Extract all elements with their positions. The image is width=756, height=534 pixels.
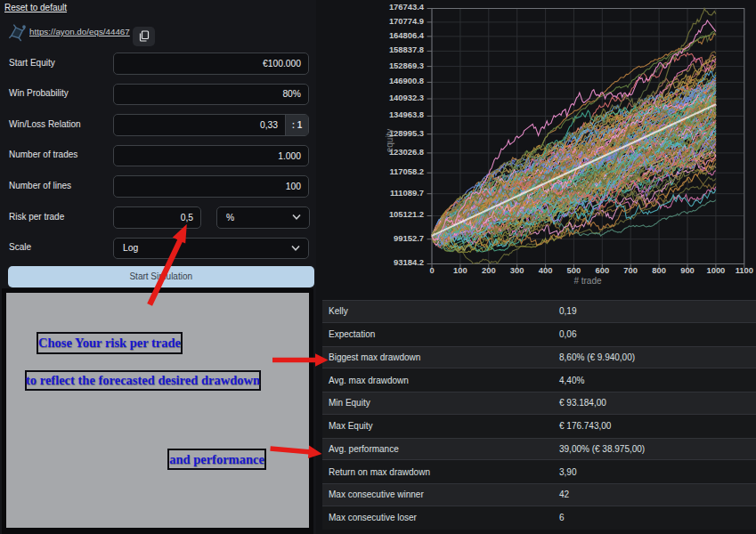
svg-text:170774.9: 170774.9 (389, 16, 424, 26)
svg-text:400: 400 (539, 265, 553, 275)
svg-text:117058.2: 117058.2 (389, 166, 424, 176)
svg-text:176743.4: 176743.4 (389, 2, 425, 12)
svg-text:# trade: # trade (573, 276, 602, 286)
svg-text:1100: 1100 (736, 265, 753, 275)
svg-text:200: 200 (482, 265, 496, 275)
svg-text:1000: 1000 (706, 265, 725, 275)
svg-text:600: 600 (595, 265, 609, 275)
svg-text:146900.8: 146900.8 (389, 76, 424, 85)
svg-text:300: 300 (510, 265, 524, 275)
svg-text:111089.7: 111089.7 (390, 188, 424, 198)
svg-text:105121.2: 105121.2 (389, 209, 424, 219)
svg-text:0: 0 (429, 265, 434, 275)
svg-text:equity: equity (385, 129, 394, 153)
svg-text:700: 700 (623, 265, 638, 275)
svg-text:152869.3: 152869.3 (389, 61, 424, 70)
svg-text:100: 100 (453, 265, 467, 275)
svg-text:158837.8: 158837.8 (389, 44, 424, 54)
svg-text:134963.8: 134963.8 (389, 109, 424, 119)
svg-text:500: 500 (567, 265, 581, 275)
svg-text:800: 800 (652, 265, 666, 275)
svg-text:164806.4: 164806.4 (389, 30, 425, 40)
svg-text:93184.2: 93184.2 (394, 257, 424, 267)
svg-text:900: 900 (680, 265, 695, 275)
svg-text:140932.3: 140932.3 (389, 93, 424, 102)
svg-text:99152.7: 99152.7 (394, 233, 424, 243)
